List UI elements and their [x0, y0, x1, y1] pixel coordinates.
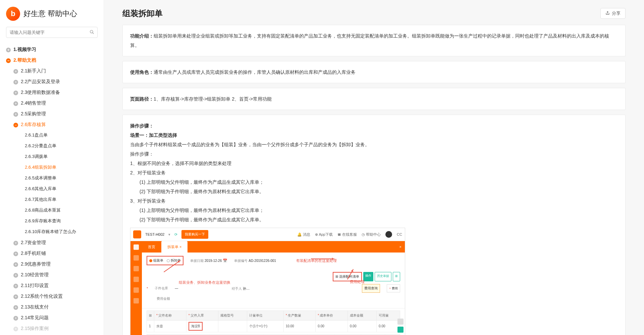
plus-icon: + — [13, 305, 18, 310]
plus-icon: + — [13, 252, 18, 256]
plus-icon: + — [13, 91, 18, 95]
minus-icon: − — [13, 123, 18, 127]
ss-tab-home: 首页 — [142, 241, 161, 253]
ss-parent-table: ⊞ 父件名称 父件入库 规格型号 计量单位 生产数量 成本单价 成本金额 可用量 — [147, 311, 400, 332]
nav-item[interactable]: +2.1新手入门 — [6, 65, 98, 76]
plus-icon: + — [13, 316, 18, 321]
plus-icon: + — [13, 327, 18, 331]
nav-item[interactable]: +2.8手机旺铺 — [6, 248, 98, 259]
role-label: 使用角色： — [130, 69, 154, 75]
intro-text: 组装拆卸单用来处理企业组装或拆卸等加工业务，支持有固定装配清单的产品加工业务，也… — [130, 33, 609, 48]
role-text: 通常由生产人员或库管人员完成拆装业务的操作，库管人员确认原材料的出库和产成品的入… — [154, 69, 356, 75]
ss-annotation: 组装业务、拆卸业务在这里切换 — [179, 279, 230, 286]
nav-item[interactable]: +2.15操作案例 — [6, 323, 98, 334]
nav-item[interactable]: +1.视频学习 — [6, 44, 98, 55]
nav-item[interactable]: −2.帮助文档 — [6, 55, 98, 65]
nav-item[interactable]: 2.6.2分量盘点单 — [6, 141, 98, 151]
brand-text: 好生意 帮助中心 — [23, 9, 77, 19]
nav-item[interactable]: +2.11打印设置 — [6, 280, 98, 291]
step-1: 1、根据不同的业务，选择不同单据的类型来处理 — [130, 159, 618, 168]
step-2: 2、对于组装业务 — [130, 168, 618, 177]
help-icon: ◷ 帮助中心 — [362, 231, 381, 238]
nav-item[interactable]: +2.3使用前数据准备 — [6, 87, 98, 98]
plus-icon: + — [6, 48, 11, 52]
home-icon — [133, 244, 139, 250]
step-3: 3、对于拆装业务 — [130, 196, 618, 206]
ss-tabs: 首页 拆装单 × × — [142, 241, 405, 253]
page-title: 组装拆卸单 — [122, 8, 163, 19]
steps-card: 操作步骤： 场景一：加工类型选择 当由多个子件材料组装成一个成品的业务为【组装】… — [122, 115, 626, 335]
tool-icon — [397, 319, 404, 325]
role-card: 使用角色：通常由生产人员或库管人员完成拆装业务的操作，库管人员确认原材料的出库和… — [122, 61, 626, 83]
intro-card: 功能介绍：组装拆卸单用来处理企业组装或拆卸等加工业务，支持有固定装配清单的产品加… — [122, 25, 626, 56]
path-text: 1、库存核算->库存管理->组装拆卸单 2、首页->常用功能 — [154, 96, 272, 102]
nav-item[interactable]: 2.6.7其他出库单 — [6, 194, 98, 205]
ss-tab-doc: 拆装单 × — [161, 241, 187, 253]
svg-line-1 — [93, 33, 94, 34]
service-icon: ☎ 在线客服 — [337, 231, 357, 238]
nav-item[interactable]: +2.4销售管理 — [6, 98, 98, 108]
ss-fee-box: 费用查询 — [362, 284, 380, 293]
search-icon[interactable] — [90, 30, 94, 35]
nav-item[interactable]: 2.6.6其他入库单 — [6, 183, 98, 194]
step-2a: (1) 上部明细为父件明细，最终作为产成品生成其它入库单； — [130, 177, 618, 187]
ss-logo-icon — [133, 230, 141, 238]
search-input[interactable] — [6, 27, 98, 38]
share-icon — [605, 11, 610, 16]
ss-sidebar — [130, 241, 142, 335]
nav-item[interactable]: +2.2产品安装及登录 — [6, 76, 98, 87]
nav-item[interactable]: 2.6.10库存账本错了怎么办 — [6, 226, 98, 237]
close-icon: × — [396, 241, 405, 253]
nav-tree: +1.视频学习 −2.帮助文档 +2.1新手入门 +2.2产品安装及登录 +2.… — [6, 44, 98, 334]
minus-icon: − — [6, 58, 11, 63]
steps-title: 操作步骤： — [130, 121, 618, 130]
plus-icon: + — [13, 241, 18, 245]
plus-icon: + — [13, 273, 18, 278]
plus-icon: + — [13, 101, 18, 106]
ss-annotation: 费用处理 — [350, 278, 365, 285]
nav-item[interactable]: +2.7资金管理 — [6, 237, 98, 248]
plus-icon: + — [13, 112, 18, 117]
menu-icon — [133, 298, 139, 303]
nav-item[interactable]: +2.5采购管理 — [6, 108, 98, 119]
plus-icon: + — [13, 262, 18, 267]
menu-icon — [133, 277, 139, 282]
plus-icon: + — [13, 294, 18, 299]
plus-icon: + — [13, 69, 18, 74]
step-3a: (1) 上部明细为父件明细，最终作为原材料生成其它出库单； — [130, 206, 618, 215]
menu-icon — [133, 255, 139, 261]
path-label: 页面路径： — [130, 96, 154, 102]
intro-label: 功能介绍： — [130, 33, 154, 39]
avatar-icon — [385, 231, 392, 238]
logo-icon: b — [6, 7, 20, 21]
nav-item-active[interactable]: 2.6.4组装拆卸单 — [6, 162, 98, 173]
embedded-screenshot: TEST-H002 ▾ ⟳ 我要购买一下 🔔 消息 ⊕ App下载 ☎ 在线客服… — [130, 228, 405, 335]
nav-item[interactable]: −2.6库存核算 — [6, 119, 98, 130]
sidebar: b 好生意 帮助中心 +1.视频学习 −2.帮助文档 +2.1新手入门 +2.2… — [0, 0, 104, 335]
nav-item[interactable]: +2.13在线支付 — [6, 301, 98, 312]
ss-buy-button: 我要购买一下 — [181, 230, 208, 239]
menu-icon — [133, 287, 139, 293]
steps-sub: 操作步骤： — [130, 149, 618, 159]
nav-item[interactable]: 2.6.5成本调整单 — [6, 173, 98, 183]
nav-item[interactable]: +2.10经营管理 — [6, 269, 98, 280]
nav-item[interactable]: +2.14常见问题 — [6, 312, 98, 323]
svg-point-0 — [90, 30, 93, 33]
nav-item[interactable]: 2.6.3调拨单 — [6, 151, 98, 162]
main-content: 组装拆卸单 分享 功能介绍：组装拆卸单用来处理企业组装或拆卸等加工业务，支持有固… — [104, 0, 644, 335]
scene-desc: 当由多个子件材料组装成一个成品的业务为【组装】业务，当由一个父件拆分成多个子产品… — [130, 140, 618, 149]
step-3b: (2) 下部明细为子件明细，最终作为产成品生成其它入库单。 — [130, 215, 618, 224]
app-icon: ⊕ App下载 — [315, 231, 333, 238]
tool-icon — [397, 327, 404, 333]
plus-icon: + — [13, 80, 18, 85]
nav-item[interactable]: +2.9优惠券管理 — [6, 259, 98, 269]
nav-item[interactable]: 2.6.1盘点单 — [6, 130, 98, 141]
ss-form: 组装单 拆卸单 单据日期 2019-12-26 📅 单据编号 AD-201912… — [142, 253, 405, 309]
ss-topbar: TEST-H002 ▾ ⟳ 我要购买一下 🔔 消息 ⊕ App下载 ☎ 在线客服… — [130, 228, 405, 241]
nav-item[interactable]: 2.6.9库存账本查询 — [6, 216, 98, 226]
ss-annotation: 有装配清单的在这里处理 — [296, 257, 337, 264]
nav-item[interactable]: 2.6.8商品成本重算 — [6, 205, 98, 216]
menu-icon — [133, 266, 139, 271]
nav-item[interactable]: +2.12系统个性化设置 — [6, 291, 98, 301]
share-button[interactable]: 分享 — [600, 8, 626, 19]
